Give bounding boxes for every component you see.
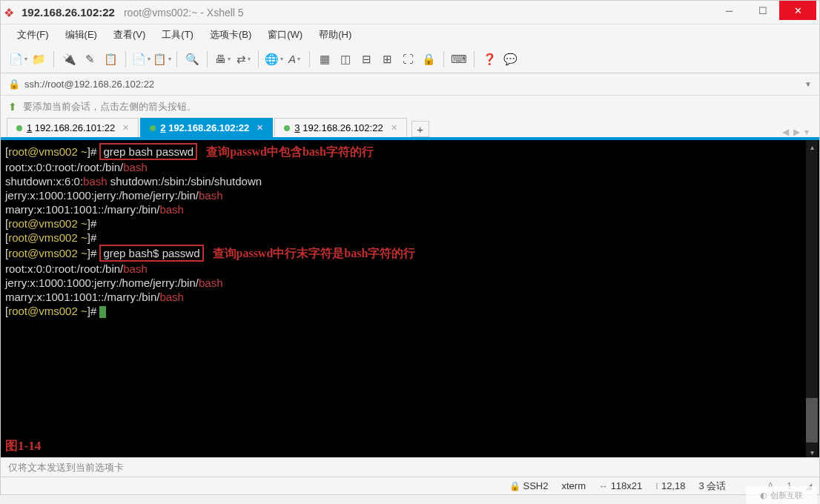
toolbar: 📄 📁 🔌 ✎ 📋 📄 📋 🔍 🖶 ⇄ 🌐 A ▦ ◫ ⊟ ⊞ ⛶ 🔒 ⌨ ❓ … [1,45,819,73]
menu-window[interactable]: 窗口(W) [260,27,310,43]
session-tab-2[interactable]: 2 192.168.26.102:22 ✕ [140,118,273,137]
session-tab-1[interactable]: 1 192.168.26.101:22 ✕ [7,118,139,137]
status-bar: 🔒 SSH2 xterm ↔ 118x21 ⁞ 12,18 3 会话 A 1 ◢ [1,477,819,494]
tab-close-icon[interactable]: ✕ [391,123,397,133]
title-ip: 192.168.26.102:22 [22,6,115,19]
menu-view[interactable]: 查看(V) [106,27,153,43]
properties-icon[interactable]: 📋 [101,50,120,69]
lock-icon: 🔒 [8,79,20,90]
hint-bar: ⬆ 要添加当前会话，点击左侧的箭头按钮。 [1,96,819,118]
layout1-icon[interactable]: ▦ [315,50,334,69]
watermark-icon: ◐ [760,491,767,500]
menu-file[interactable]: 文件(F) [10,27,56,43]
search-icon[interactable]: 🔍 [182,50,202,69]
maximize-button[interactable]: ☐ [746,1,779,20]
size-icon: ↔ [599,481,608,491]
scroll-up-icon[interactable]: ▴ [806,140,818,152]
address-url[interactable]: ssh://root@192.168.26.102:22 [24,79,804,90]
terminal[interactable]: [root@vms002 ~]# grep bash passwd查询passw… [1,140,819,457]
menu-edit[interactable]: 编辑(E) [58,27,105,43]
app-icon: ❖ [4,6,17,19]
annotation-2: 查询passwd中行末字符是bash字符的行 [213,247,416,259]
font-icon[interactable]: A [285,50,304,69]
layout4-icon[interactable]: ⊞ [377,50,397,69]
menu-tools[interactable]: 工具(T) [154,27,201,43]
cmd2-box: grep bash$ passwd [99,245,203,262]
status-dot-icon [16,125,22,131]
cmd1-box: grep bash passwd [99,143,197,160]
keyboard-icon[interactable]: ⌨ [449,50,469,69]
tab-menu-icon[interactable]: ▾ [804,127,809,137]
cursor [99,306,106,318]
menubar: 文件(F) 编辑(E) 查看(V) 工具(T) 选项卡(B) 窗口(W) 帮助(… [1,24,819,45]
status-sessions: 3 会话 [698,480,726,493]
help-icon[interactable]: ❓ [480,50,499,69]
transfer-icon[interactable]: ⇄ [234,50,253,69]
annotation-1: 查询passwd中包含bash字符的行 [206,145,374,158]
paste-icon[interactable]: 📋 [152,50,171,69]
send-hint: 仅将文本发送到当前选项卡 [8,461,124,474]
tab-bar: 1 192.168.26.101:22 ✕ 2 192.168.26.102:2… [1,118,819,140]
titlebar: ❖ 192.168.26.102:22 root@vms002:~ - Xshe… [1,1,819,24]
copy-icon[interactable]: 📄 [131,50,151,69]
status-size: 118x21 [611,480,643,491]
status-pos: 12,18 [661,480,686,491]
print-icon[interactable]: 🖶 [213,50,232,69]
pos-icon: ⁞ [655,481,658,491]
reconnect-icon[interactable]: 🔌 [59,50,79,69]
session-tab-3[interactable]: 3 192.168.26.102:22 ✕ [274,118,406,137]
tab-next-icon[interactable]: ▶ [793,127,800,137]
layout3-icon[interactable]: ⊟ [357,50,376,69]
terminal-scrollbar[interactable]: ▴ ▾ [806,140,818,457]
chat-icon[interactable]: 💬 [500,50,520,69]
close-button[interactable]: ✕ [779,1,816,20]
send-bar[interactable]: 仅将文本发送到当前选项卡 [1,457,819,477]
scrollbar-thumb[interactable] [806,398,818,442]
layout2-icon[interactable]: ◫ [336,50,355,69]
menu-help[interactable]: 帮助(H) [311,27,359,43]
status-dot-icon [284,125,290,131]
new-session-icon[interactable]: 📄 [8,50,27,69]
watermark-text: 创新互联 [770,490,803,501]
figure-label: 图1-14 [5,439,41,453]
fullscreen-icon[interactable]: ⛶ [398,50,417,69]
watermark: ◐ 创新互联 [746,486,817,504]
address-bar[interactable]: 🔒 ssh://root@192.168.26.102:22 ▼ [1,73,819,96]
menu-options[interactable]: 选项卡(B) [202,27,259,43]
title-sub: root@vms002:~ - Xshell 5 [124,7,244,19]
disconnect-icon[interactable]: ✎ [80,50,99,69]
status-dot-icon [150,125,156,131]
tab-close-icon[interactable]: ✕ [257,123,263,133]
status-proto: SSH2 [523,480,549,491]
add-tab-button[interactable]: + [411,121,429,137]
dropdown-icon[interactable]: ▼ [804,80,812,88]
globe-icon[interactable]: 🌐 [264,50,283,69]
open-icon[interactable]: 📁 [29,50,48,69]
status-term: xterm [562,480,586,491]
tab-close-icon[interactable]: ✕ [122,123,129,133]
hint-text: 要添加当前会话，点击左侧的箭头按钮。 [23,100,196,113]
lock-icon[interactable]: 🔒 [419,50,438,69]
ssh-icon: 🔒 [509,481,520,491]
hint-arrow-icon[interactable]: ⬆ [8,101,17,113]
minimize-button[interactable]: ─ [712,1,746,20]
tab-prev-icon[interactable]: ◀ [782,127,789,137]
scroll-down-icon[interactable]: ▾ [806,445,818,457]
